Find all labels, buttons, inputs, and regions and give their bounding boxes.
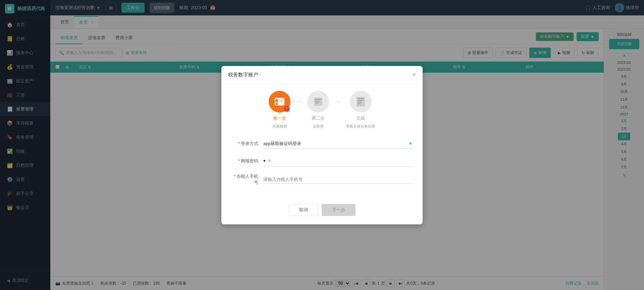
svg-rect-6	[314, 97, 322, 106]
password-field[interactable]: • 👁	[263, 155, 413, 167]
step-2-icon-wrap	[307, 91, 329, 113]
svg-point-2	[275, 99, 278, 102]
phone-row: 办税人手机号	[231, 173, 413, 186]
phone-label: 办税人手机号	[231, 173, 258, 186]
svg-rect-12	[358, 100, 363, 101]
step-1-badge: !	[284, 106, 290, 112]
select-arrow-icon: ▼	[408, 141, 413, 146]
tax-account-modal: 税务数字账户 × !	[221, 66, 423, 224]
step-1-icon	[274, 96, 285, 107]
steps-indicator: ! 第一步 完善账密 → 第	[231, 91, 413, 129]
phone-input[interactable]	[263, 177, 413, 182]
step-1: ! 第一步 完善账密	[269, 91, 290, 129]
password-row: 网报密码 • 👁	[231, 155, 413, 167]
step-1-desc: 完善账密	[272, 124, 287, 129]
modal-footer: 取消 下一步	[221, 199, 423, 224]
step-1-label: 第一步	[273, 115, 286, 121]
login-method-select[interactable]: app获取验证码登录 ▼	[263, 139, 413, 149]
step-3-desc: 查看具体任务结果	[346, 124, 375, 129]
step-3: 完成 查看具体任务结果	[346, 91, 375, 129]
modal-body: ! 第一步 完善账密 → 第	[221, 84, 423, 199]
svg-rect-10	[357, 97, 365, 106]
svg-rect-13	[358, 102, 362, 102]
cancel-button[interactable]: 取消	[289, 204, 318, 216]
login-method-label: 登录方式	[231, 141, 258, 147]
step-3-icon	[355, 96, 367, 107]
step-1-icon-wrap: !	[269, 91, 290, 113]
step-2: 第二步 去取票	[307, 91, 329, 129]
next-button[interactable]: 下一步	[322, 204, 356, 216]
step-3-label: 完成	[356, 115, 365, 121]
step-3-icon-wrap	[350, 91, 372, 113]
svg-rect-14	[358, 103, 361, 104]
modal-close-button[interactable]: ×	[412, 71, 416, 78]
modal-header: 税务数字账户 ×	[221, 66, 423, 84]
svg-rect-9	[315, 102, 319, 103]
modal-title: 税务数字账户	[228, 72, 258, 78]
step-arrow-2: →	[334, 91, 341, 105]
svg-rect-11	[358, 98, 364, 99]
password-visibility-icon[interactable]: 👁	[267, 158, 272, 163]
password-dots: •	[263, 157, 266, 165]
step-2-label: 第二步	[312, 115, 325, 121]
svg-rect-8	[315, 101, 320, 101]
svg-rect-7	[315, 99, 321, 100]
login-method-row: 登录方式 app获取验证码登录 ▼	[231, 139, 413, 149]
phone-field[interactable]	[263, 175, 413, 184]
password-label: 网报密码	[231, 158, 258, 164]
svg-rect-5	[279, 101, 282, 102]
svg-rect-4	[279, 100, 283, 100]
step-2-icon	[312, 96, 324, 107]
modal-overlay: 税务数字账户 × !	[0, 0, 644, 290]
step-2-desc: 去取票	[313, 124, 324, 129]
login-method-value: app获取验证码登录	[263, 141, 407, 147]
step-arrow-1: →	[296, 91, 302, 105]
svg-rect-3	[276, 102, 278, 105]
